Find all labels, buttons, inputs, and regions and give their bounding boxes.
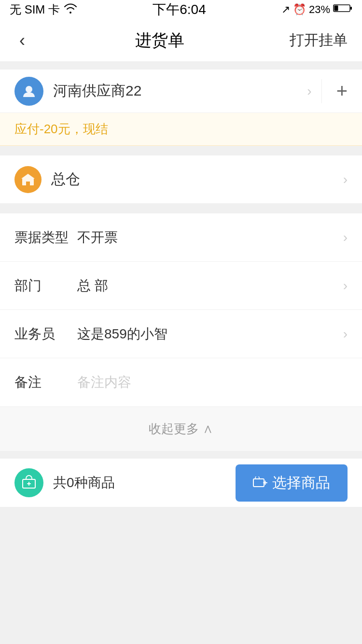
vertical-divider (321, 79, 322, 103)
status-right: ↗ ⏰ 23% (281, 3, 352, 16)
salesperson-label: 业务员 (14, 325, 77, 343)
back-button[interactable]: ‹ (14, 26, 30, 56)
select-product-button[interactable]: 选择商品 (236, 464, 348, 502)
svg-rect-6 (26, 182, 30, 185)
collapse-button[interactable]: 收起更多 ∧ (0, 406, 362, 451)
battery-label: 23% (309, 3, 330, 16)
page-title: 进货单 (135, 29, 184, 52)
open-pending-button[interactable]: 打开挂单 (290, 30, 348, 50)
warehouse-row[interactable]: 总仓 › (0, 155, 362, 204)
invoice-row[interactable]: 票据类型 不开票 › (0, 213, 362, 262)
invoice-value: 不开票 (77, 228, 343, 247)
salesperson-chevron-icon: › (343, 326, 348, 342)
remark-row[interactable]: 备注 备注内容 (0, 358, 362, 406)
dept-label: 部门 (14, 277, 77, 295)
svg-rect-1 (350, 7, 352, 10)
svg-point-3 (26, 86, 32, 93)
salesperson-value: 这是859的小智 (77, 325, 343, 343)
product-count-label: 共0种商品 (53, 474, 236, 492)
location-icon: ↗ (281, 3, 290, 16)
dept-chevron-icon: › (343, 278, 348, 294)
status-time: 下午6:04 (153, 0, 206, 19)
product-bar: 共0种商品 选择商品 (0, 459, 362, 507)
warehouse-chevron-icon: › (343, 172, 348, 187)
salesperson-row[interactable]: 业务员 这是859的小智 › (0, 310, 362, 358)
notice-text: 应付-20元，现结 (14, 122, 108, 136)
dept-row[interactable]: 部门 总 部 › (0, 262, 362, 310)
battery-icon (333, 3, 352, 16)
select-product-label: 选择商品 (272, 473, 330, 493)
gap2 (0, 204, 362, 213)
form-card: 票据类型 不开票 › 部门 总 部 › 业务员 这是859的小智 › 备注 备注… (0, 213, 362, 406)
carrier-label: 无 SIM 卡 (10, 2, 60, 17)
remark-label: 备注 (14, 373, 77, 392)
supplier-chevron-icon: › (307, 84, 311, 99)
svg-marker-5 (21, 174, 35, 179)
svg-rect-10 (253, 479, 264, 487)
warehouse-name: 总仓 (51, 169, 343, 189)
status-bar: 无 SIM 卡 下午6:04 ↗ ⏰ 23% (0, 0, 362, 19)
invoice-label: 票据类型 (14, 228, 77, 247)
notice-bar: 应付-20元，现结 (0, 113, 362, 146)
warehouse-icon (14, 166, 42, 193)
supplier-avatar (14, 77, 43, 106)
remark-input[interactable]: 备注内容 (77, 373, 348, 392)
alarm-icon: ⏰ (293, 3, 306, 16)
product-icon (14, 468, 43, 497)
nav-bar: ‹ 进货单 打开挂单 (0, 19, 362, 62)
invoice-chevron-icon: › (343, 230, 348, 245)
svg-rect-2 (334, 6, 338, 11)
supplier-row[interactable]: 河南供应商22 › + (0, 70, 362, 113)
top-gap (0, 62, 362, 70)
gap1 (0, 146, 362, 155)
main-content: 河南供应商22 › + 应付-20元，现结 总仓 › 票据类型 不开票 › (0, 62, 362, 644)
status-left: 无 SIM 卡 (10, 2, 77, 17)
dept-value: 总 部 (77, 277, 343, 295)
supplier-card: 河南供应商22 › + 应付-20元，现结 (0, 70, 362, 146)
supplier-name: 河南供应商22 (53, 81, 307, 101)
add-supplier-button[interactable]: + (336, 80, 348, 102)
wifi-icon (64, 3, 77, 16)
